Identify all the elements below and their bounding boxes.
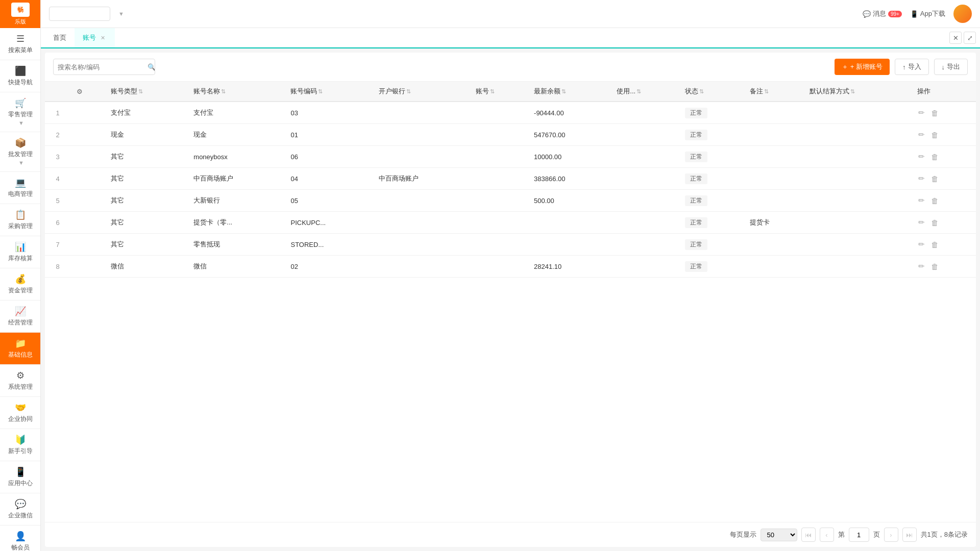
tab-bar: 首页 账号 ✕ ✕ ⤢: [41, 28, 980, 48]
sidebar-icon-search: ☰: [3, 33, 38, 44]
tab-account[interactable]: 账号 ✕: [75, 28, 115, 48]
page-prev-btn[interactable]: ‹: [820, 528, 834, 542]
col-code[interactable]: 账号编码⇅: [284, 82, 373, 102]
delete-btn-4[interactable]: 🗑: [930, 173, 940, 184]
col-default-settle[interactable]: 默认结算方式⇅: [803, 82, 911, 102]
tab-close-all-btn[interactable]: ✕: [949, 32, 962, 44]
add-account-button[interactable]: ＋ + 新增账号: [835, 59, 890, 75]
top-search-dropdown[interactable]: ▼: [118, 11, 124, 17]
cell-bank: [373, 212, 470, 234]
delete-btn-7[interactable]: 🗑: [930, 239, 940, 250]
app-logo[interactable]: 畅 乐版: [0, 0, 41, 28]
import-icon: ↑: [902, 63, 906, 71]
delete-btn-5[interactable]: 🗑: [930, 195, 940, 206]
cell-balance: 547670.00: [528, 124, 610, 146]
sidebar-item-system[interactable]: ⚙ 系统管理: [0, 365, 41, 397]
content-inner: 🔍 ＋ + 新增账号 ↑ 导入 ↓ 导出: [45, 53, 976, 547]
cell-code: 01: [284, 124, 373, 146]
app-download-btn[interactable]: 📱 App下载: [910, 9, 945, 18]
sidebar-item-operation[interactable]: 📈 经营管理: [0, 300, 41, 333]
cell-account-no: [470, 102, 528, 124]
top-header: ▼ 💬 消息 99+ 📱 App下载: [41, 0, 980, 28]
cell-status: 正常: [679, 168, 744, 190]
sidebar-label-ecommerce: 电商管理: [3, 190, 38, 198]
cell-usage: [610, 146, 679, 168]
cell-settings: [70, 212, 105, 234]
col-index: [45, 82, 70, 102]
import-button[interactable]: ↑ 导入: [895, 59, 929, 75]
sidebar-item-search[interactable]: ☰ 搜索菜单: [0, 28, 41, 60]
sidebar-item-basic-info[interactable]: 📁 基础信息: [0, 333, 41, 365]
sidebar-item-app-center[interactable]: 📱 应用中心: [0, 461, 41, 493]
cell-index: 5: [45, 190, 70, 212]
edit-btn-4[interactable]: ✏: [917, 173, 926, 184]
sidebar-item-member[interactable]: 👤 畅会员: [0, 525, 41, 551]
top-search-input[interactable]: [49, 7, 110, 21]
search-input[interactable]: [54, 63, 148, 71]
sidebar-item-ecommerce[interactable]: 💻 电商管理: [0, 172, 41, 204]
page-next-btn[interactable]: ›: [884, 528, 898, 542]
tab-expand-btn[interactable]: ⤢: [964, 32, 976, 44]
cell-type: 其它: [105, 212, 187, 234]
logo-icon: 畅: [11, 3, 30, 17]
search-button[interactable]: 🔍: [148, 59, 155, 75]
edit-btn-8[interactable]: ✏: [917, 261, 926, 272]
col-usage[interactable]: 使用...⇅: [610, 82, 679, 102]
accounts-table: ⚙ 账号类型⇅ 账号名称⇅ 账号编码⇅ 开户银行⇅ 账号⇅ 最新余额⇅ 使用..…: [45, 82, 976, 278]
cell-status: 正常: [679, 124, 744, 146]
cell-name: 大新银行: [187, 190, 284, 212]
sidebar-item-quick-nav[interactable]: ⬛ 快捷导航: [0, 60, 41, 92]
col-account-no[interactable]: 账号⇅: [470, 82, 528, 102]
page-first-btn[interactable]: ⏮: [801, 528, 816, 542]
tab-home[interactable]: 首页: [45, 28, 75, 48]
user-avatar[interactable]: [953, 5, 972, 23]
col-status[interactable]: 状态⇅: [679, 82, 744, 102]
edit-btn-1[interactable]: ✏: [917, 107, 926, 118]
export-button[interactable]: ↓ 导出: [934, 59, 968, 75]
delete-btn-3[interactable]: 🗑: [930, 152, 940, 162]
sidebar-item-enterprise-wechat[interactable]: 💬 企业微信: [0, 493, 41, 525]
delete-btn-6[interactable]: 🗑: [930, 217, 940, 228]
col-settings[interactable]: ⚙: [70, 82, 105, 102]
delete-btn-1[interactable]: 🗑: [930, 108, 940, 118]
export-icon: ↓: [942, 63, 945, 71]
sidebar-arrow-retail[interactable]: ▼: [18, 120, 24, 126]
sidebar-item-finance[interactable]: 💰 资金管理: [0, 268, 41, 300]
delete-btn-2[interactable]: 🗑: [930, 130, 940, 140]
col-type[interactable]: 账号类型⇅: [105, 82, 187, 102]
sidebar-item-new-guide[interactable]: 🔰 新手引导: [0, 429, 41, 461]
cell-default-settle: [803, 212, 911, 234]
sidebar-item-enterprise-agreement[interactable]: 🤝 企业协同: [0, 397, 41, 429]
edit-btn-7[interactable]: ✏: [917, 239, 926, 250]
message-btn[interactable]: 💬 消息 99+: [863, 9, 902, 18]
cell-index: 1: [45, 102, 70, 124]
cell-balance: [528, 234, 610, 256]
sidebar-item-purchase[interactable]: 📋 采购管理: [0, 204, 41, 236]
page-input[interactable]: [849, 528, 869, 542]
sidebar-item-retail[interactable]: 🛒 零售管理 ▼: [0, 92, 41, 132]
sidebar-icon-inventory: 📊: [3, 241, 38, 253]
cell-index: 4: [45, 168, 70, 190]
delete-btn-8[interactable]: 🗑: [930, 261, 940, 272]
import-label: 导入: [908, 62, 921, 71]
tab-account-close[interactable]: ✕: [99, 34, 107, 42]
sidebar-item-wholesale[interactable]: 📦 批发管理 ▼: [0, 132, 41, 172]
col-balance[interactable]: 最新余额⇅: [528, 82, 610, 102]
edit-btn-2[interactable]: ✏: [917, 129, 926, 140]
sidebar-item-inventory[interactable]: 📊 库存核算: [0, 236, 41, 268]
col-remark[interactable]: 备注⇅: [744, 82, 803, 102]
page-size-select[interactable]: 50 10 20 100: [761, 529, 797, 541]
edit-btn-5[interactable]: ✏: [917, 195, 926, 206]
header-right: 💬 消息 99+ 📱 App下载: [863, 5, 972, 23]
edit-btn-3[interactable]: ✏: [917, 151, 926, 162]
table-row: 5 其它 大新银行 05 500.00 正常 ✏ 🗑: [45, 190, 976, 212]
cell-account-no: [470, 190, 528, 212]
edit-btn-6[interactable]: ✏: [917, 217, 926, 228]
page-last-btn[interactable]: ⏭: [902, 528, 917, 542]
sidebar-label-purchase: 采购管理: [3, 222, 38, 231]
col-bank[interactable]: 开户银行⇅: [373, 82, 470, 102]
sidebar-arrow-wholesale[interactable]: ▼: [18, 160, 24, 166]
sidebar-icon-basic-info: 📁: [3, 338, 38, 349]
col-name[interactable]: 账号名称⇅: [187, 82, 284, 102]
sidebar-label-operation: 经营管理: [3, 318, 38, 327]
